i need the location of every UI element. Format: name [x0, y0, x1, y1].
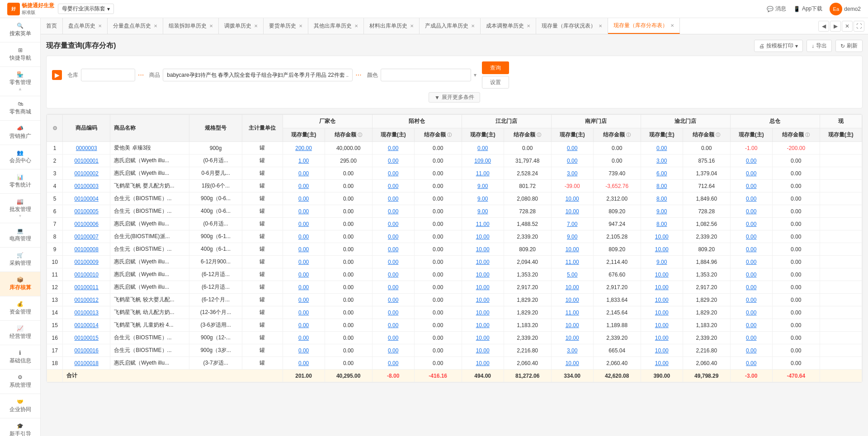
factory-qty-link[interactable]: 0.00 [298, 259, 309, 265]
total-qty-link[interactable]: 0.00 [746, 234, 756, 240]
nanan-qty-link[interactable]: 0.00 [567, 158, 577, 164]
tab-inventory-check[interactable]: 盘点单历史 ✕ [63, 18, 108, 34]
jiangbei-qty-link[interactable]: 109.00 [474, 158, 491, 164]
sidebar-item-purchase[interactable]: 🛒 采购管理 [0, 248, 40, 272]
total-qty-link[interactable]: 0.00 [746, 297, 756, 303]
factory-qty-link[interactable]: 0.00 [298, 335, 309, 341]
code-link[interactable]: 00100002 [75, 170, 99, 177]
sidebar-item-finance[interactable]: 💰 资金管理 [0, 296, 40, 321]
mocun-qty-link[interactable]: 0.00 [388, 297, 398, 303]
nanan-qty-link[interactable]: 10.00 [566, 322, 579, 328]
message-btn[interactable]: 💬 消息 [767, 5, 786, 13]
yubei-qty-link[interactable]: 10.00 [655, 347, 669, 354]
sidebar-item-retail-shop[interactable]: 🛍 零售商城 [0, 96, 40, 121]
close-icon[interactable]: ✕ [98, 23, 102, 28]
sidebar-item-marketing[interactable]: 📣 营销推广 [0, 121, 40, 145]
sidebar-item-member[interactable]: 👥 会员中心 [0, 145, 40, 169]
code-link[interactable]: 00100016 [75, 347, 99, 354]
mocun-qty-link[interactable]: 0.00 [388, 360, 398, 366]
sidebar-item-system[interactable]: ⚙ 系统管理 [0, 370, 40, 394]
nanan-qty-link[interactable]: 5.00 [567, 272, 577, 278]
close-icon10[interactable]: ✕ [599, 23, 602, 28]
code-link[interactable]: 00100004 [75, 196, 99, 202]
product-dots[interactable]: ··· [355, 71, 361, 79]
tab-sub-inventory[interactable]: 分量盘点单历史 ✕ [108, 18, 163, 34]
factory-qty-link[interactable]: 0.00 [298, 221, 309, 227]
yubei-qty-link[interactable]: 10.00 [655, 322, 669, 328]
total-qty-link[interactable]: 0.00 [746, 322, 756, 328]
yubei-qty-link[interactable]: 6.00 [656, 170, 667, 177]
nanan-qty-link[interactable]: 3.00 [567, 170, 577, 177]
nanan-qty-link[interactable]: 11.00 [566, 259, 579, 265]
total-qty-link[interactable]: 0.00 [746, 246, 756, 253]
code-link[interactable]: 00100003 [75, 183, 99, 189]
nanan-qty-link[interactable]: 7.00 [567, 221, 577, 227]
jiangbei-qty-link[interactable]: 10.00 [476, 322, 490, 328]
yubei-qty-link[interactable]: 10.00 [655, 272, 669, 278]
total-qty-link[interactable]: 0.00 [746, 347, 756, 354]
color-input[interactable] [381, 69, 471, 81]
yubei-qty-link[interactable]: 10.00 [655, 335, 669, 341]
code-link[interactable]: 00100010 [75, 272, 99, 278]
code-link[interactable]: 00100014 [75, 322, 99, 328]
factory-qty-link[interactable]: 0.00 [298, 360, 309, 366]
nanan-qty-link[interactable]: 3.00 [567, 347, 577, 354]
nanan-qty-link[interactable]: 0.00 [567, 145, 577, 151]
col-settings[interactable]: ⚙ [47, 115, 63, 142]
tab-product-in[interactable]: 产成品入库单历史 ✕ [420, 18, 481, 34]
refresh-btn[interactable]: ↻ 刷新 [835, 40, 863, 52]
nanan-qty-link[interactable]: 9.00 [567, 234, 577, 240]
nanan-qty-link[interactable]: 10.00 [566, 360, 579, 366]
sidebar-item-ecommerce[interactable]: 💻 电商管理 [0, 223, 40, 248]
yubei-qty-link[interactable]: 10.00 [655, 297, 669, 303]
nanan-qty-link[interactable]: 10.00 [566, 208, 579, 215]
query-btn[interactable]: 查询 [482, 61, 509, 74]
factory-qty-link[interactable]: 0.00 [298, 170, 309, 177]
close-icon3[interactable]: ✕ [209, 23, 213, 28]
nanan-qty-link[interactable]: -39.00 [565, 183, 580, 189]
nanan-qty-link[interactable]: 11.00 [566, 309, 579, 316]
mocun-qty-link[interactable]: 0.00 [388, 322, 398, 328]
jiangbei-qty-link[interactable]: 11.00 [476, 221, 490, 227]
mocun-qty-link[interactable]: 0.00 [388, 196, 398, 202]
nanan-qty-link[interactable]: 10.00 [566, 335, 579, 341]
tab-home[interactable]: 首页 [41, 18, 63, 34]
env-selector[interactable]: 母婴行业演示陈套 ▾ [58, 4, 114, 14]
mocun-qty-link[interactable]: 0.00 [388, 234, 398, 240]
code-link[interactable]: 00100015 [75, 335, 99, 341]
jiangbei-qty-link[interactable]: 10.00 [476, 360, 490, 366]
sidebar-item-retail-stat[interactable]: 📊 零售统计 [0, 169, 40, 194]
factory-qty-link[interactable]: 0.00 [298, 297, 309, 303]
close-icon2[interactable]: ✕ [154, 23, 157, 28]
tab-prev-btn[interactable]: ◀ [818, 21, 829, 32]
code-link[interactable]: 00100005 [75, 208, 99, 215]
factory-qty-link[interactable]: 0.00 [298, 284, 309, 291]
sidebar-item-inventory[interactable]: 📦 库存核算 [0, 272, 40, 296]
yubei-qty-link[interactable]: 10.00 [655, 360, 669, 366]
mocun-qty-link[interactable]: 0.00 [388, 208, 398, 215]
jiangbei-qty-link[interactable]: 0.00 [477, 145, 488, 151]
tab-expand-btn[interactable]: ⛶ [854, 21, 864, 32]
nanan-qty-link[interactable]: 10.00 [566, 284, 579, 291]
jiangbei-qty-link[interactable]: 10.00 [476, 246, 490, 253]
jiangbei-qty-link[interactable]: 10.00 [476, 284, 490, 291]
expand-conditions-btn[interactable]: ▼ 展开更多条件 [429, 92, 480, 103]
tab-assemble[interactable]: 组装拆卸单历史 ✕ [163, 18, 219, 34]
tab-stock-dist[interactable]: 现存量（库存分布表） ✕ [608, 18, 680, 34]
info-icon3[interactable]: ⓘ [537, 132, 541, 137]
info-icon1[interactable]: ⓘ [358, 132, 362, 137]
code-link[interactable]: 00100009 [75, 259, 99, 265]
total-qty-link[interactable]: 0.00 [746, 170, 756, 177]
yubei-qty-link[interactable]: 10.00 [655, 309, 669, 316]
tab-stock-status[interactable]: 现存量（库存状况表） ✕ [536, 18, 608, 34]
close-icon5[interactable]: ✕ [299, 23, 302, 28]
export-btn[interactable]: ↓ 导出 [807, 40, 832, 52]
setup-btn[interactable]: 设置 [482, 76, 509, 89]
jiangbei-qty-link[interactable]: 10.00 [476, 259, 490, 265]
tab-other-out[interactable]: 其他出库单历史 ✕ [308, 18, 364, 34]
code-link[interactable]: 00100007 [75, 234, 99, 240]
nanan-qty-link[interactable]: 10.00 [566, 297, 579, 303]
mocun-qty-link[interactable]: 0.00 [388, 221, 398, 227]
close-icon9[interactable]: ✕ [527, 23, 530, 28]
factory-qty-link[interactable]: 0.00 [298, 183, 309, 189]
